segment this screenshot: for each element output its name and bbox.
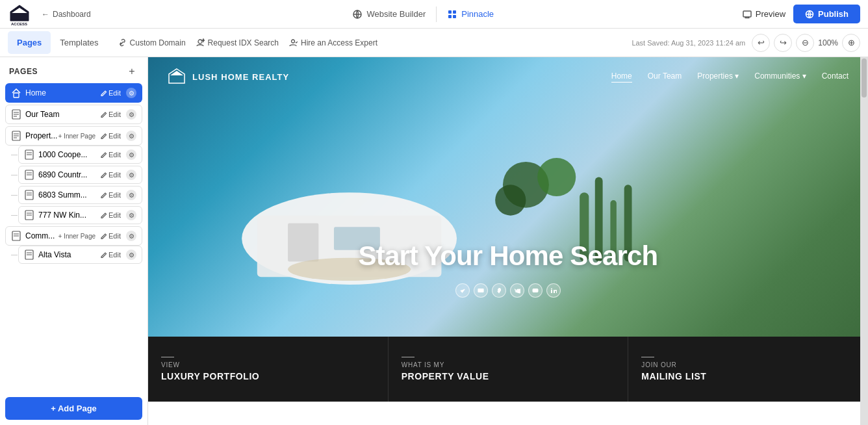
- hero-dot-twitter[interactable]: [510, 283, 524, 298]
- svg-text:ACCESS: ACCESS: [11, 22, 27, 26]
- add-page-icon-button[interactable]: +: [125, 65, 138, 78]
- hire-expert-action[interactable]: Hire an Access Expert: [289, 38, 377, 47]
- preview-frame: LUSH HOME REALTY Home Our Team Propertie…: [148, 57, 868, 425]
- undo-button[interactable]: ↩: [752, 34, 770, 52]
- back-arrow: ←: [42, 10, 49, 19]
- property-children: 1000 Coope... Edit ⚙ 6: [5, 146, 142, 224]
- sidebar-list: Home Edit ⚙: [0, 83, 147, 392]
- svg-point-47: [495, 185, 526, 215]
- hero-dot-linkedin[interactable]: [546, 283, 561, 298]
- svg-rect-6: [448, 15, 452, 18]
- cta-luxury-portfolio[interactable]: VIEW LUXURY PORTFOLIO: [148, 337, 389, 402]
- sidebar-item-6890-countr[interactable]: 6890 Countr... Edit ⚙: [18, 166, 142, 184]
- 6803-summ-settings[interactable]: ⚙: [126, 190, 136, 200]
- svg-rect-57: [551, 290, 552, 293]
- zoom-out-button[interactable]: ⊖: [796, 34, 814, 52]
- cta-view-label: VIEW: [161, 361, 375, 368]
- request-idx-action[interactable]: Request IDX Search: [196, 38, 279, 47]
- cta-property-value-title: PROPERTY VALUE: [402, 371, 615, 381]
- redo-button[interactable]: ↪: [774, 34, 792, 52]
- sidebar: PAGES + Home Edit ⚙: [0, 57, 148, 425]
- property-inner-page[interactable]: + Inner Page: [58, 133, 96, 140]
- logo: ACCESS: [8, 3, 31, 26]
- website-logo: LUSH HOME REALTY: [168, 68, 289, 86]
- sidebar-title: PAGES: [9, 67, 38, 76]
- tab-pages[interactable]: Pages: [8, 31, 51, 54]
- top-bar-center: Website Builder Pinnacle: [104, 6, 743, 22]
- scrollbar[interactable]: [860, 57, 868, 425]
- cta-property-value[interactable]: WHAT IS MY PROPERTY VALUE: [389, 337, 629, 402]
- zoom-in-button[interactable]: ⊕: [842, 34, 860, 52]
- tab-templates[interactable]: Templates: [51, 31, 107, 54]
- 6890-countr-edit[interactable]: Edit: [98, 170, 123, 179]
- main-layout: PAGES + Home Edit ⚙: [0, 57, 868, 425]
- website-nav-links: Home Our Team Properties ▾ Communities ▾…: [611, 71, 849, 83]
- cta-luxury-title: LUXURY PORTFOLIO: [161, 371, 375, 381]
- cta-mailing-list[interactable]: JOIN OUR MAILING LIST: [628, 337, 868, 402]
- 777-nw-kin-settings[interactable]: ⚙: [126, 210, 136, 220]
- hero-dots: [148, 283, 868, 298]
- svg-point-58: [551, 289, 552, 290]
- nav-link-our-team[interactable]: Our Team: [648, 71, 682, 83]
- our-team-settings[interactable]: ⚙: [126, 109, 136, 120]
- sidebar-item-6803-summ[interactable]: 6803 Summ... Edit ⚙: [18, 186, 142, 204]
- our-team-edit[interactable]: Edit: [98, 110, 123, 119]
- svg-rect-7: [453, 15, 456, 18]
- alta-vista-settings[interactable]: ⚙: [126, 250, 136, 260]
- publish-button[interactable]: Publish: [793, 5, 860, 23]
- svg-rect-8: [743, 11, 751, 17]
- 777-nw-kin-edit[interactable]: Edit: [98, 211, 123, 220]
- svg-point-11: [291, 40, 294, 43]
- custom-domain-action[interactable]: Custom Domain: [118, 38, 186, 47]
- sub-bar-actions: Custom Domain Request IDX Search Hire an…: [118, 38, 377, 47]
- sidebar-header: PAGES +: [0, 57, 147, 83]
- home-edit[interactable]: Edit: [98, 88, 123, 97]
- hero-dot-youtube[interactable]: [528, 283, 542, 298]
- 1000-coop-settings[interactable]: ⚙: [126, 149, 136, 160]
- nav-link-home[interactable]: Home: [611, 71, 632, 83]
- sidebar-item-1000-coop[interactable]: 1000 Coope... Edit ⚙: [18, 146, 142, 164]
- hero-dot-email[interactable]: [474, 283, 488, 298]
- comm-children: Alta Vista Edit ⚙: [5, 246, 142, 264]
- preview-area: LUSH HOME REALTY Home Our Team Propertie…: [148, 57, 868, 425]
- property-edit[interactable]: Edit: [98, 131, 123, 140]
- home-settings[interactable]: ⚙: [126, 88, 136, 98]
- dashboard-back[interactable]: ← Dashboard: [42, 10, 91, 19]
- comm-edit[interactable]: Edit: [98, 231, 123, 240]
- top-bar-right: Preview Publish: [743, 5, 860, 23]
- cta-join-our-label: JOIN OUR: [641, 361, 855, 368]
- sidebar-item-777-nw-kin[interactable]: 777 NW Kin... Edit ⚙: [18, 206, 142, 224]
- hero-dot-location[interactable]: [492, 283, 506, 298]
- 1000-coop-edit[interactable]: Edit: [98, 150, 123, 159]
- website-builder-tab[interactable]: Website Builder: [342, 9, 436, 19]
- comm-settings[interactable]: ⚙: [126, 231, 136, 241]
- cta-row: VIEW LUXURY PORTFOLIO WHAT IS MY PROPERT…: [148, 337, 868, 402]
- sidebar-item-home[interactable]: Home Edit ⚙: [5, 83, 142, 103]
- hero-dot-check[interactable]: [455, 283, 470, 298]
- website-nav: LUSH HOME REALTY Home Our Team Propertie…: [148, 57, 868, 96]
- svg-point-46: [537, 158, 576, 196]
- nav-link-properties[interactable]: Properties ▾: [697, 71, 739, 83]
- sidebar-item-property[interactable]: Propert... + Inner Page Edit ⚙: [5, 126, 142, 146]
- property-settings[interactable]: ⚙: [126, 131, 136, 141]
- nav-link-communities[interactable]: Communities ▾: [754, 71, 806, 83]
- sidebar-item-comm[interactable]: Comm... + Inner Page Edit ⚙: [5, 226, 142, 246]
- pinnacle-tab[interactable]: Pinnacle: [437, 9, 504, 19]
- alta-vista-edit[interactable]: Edit: [98, 250, 123, 259]
- nav-link-contact[interactable]: Contact: [822, 71, 849, 83]
- add-page-button[interactable]: + Add Page: [5, 397, 142, 420]
- cta-what-is-my-label: WHAT IS MY: [402, 361, 615, 368]
- hero-section: LUSH HOME REALTY Home Our Team Propertie…: [148, 57, 868, 337]
- sub-bar-controls: ↩ ↪ ⊖ 100% ⊕: [752, 34, 860, 52]
- 6803-summ-edit[interactable]: Edit: [98, 190, 123, 200]
- hero-text: Start Your Home Search: [148, 240, 868, 272]
- comm-inner-page[interactable]: + Inner Page: [58, 233, 96, 240]
- sub-bar-right: Last Saved: Aug 31, 2023 11:24 am ↩ ↪ ⊖ …: [632, 34, 860, 52]
- cta-mailing-title: MAILING LIST: [641, 371, 855, 381]
- 6890-countr-settings[interactable]: ⚙: [126, 170, 136, 180]
- preview-button[interactable]: Preview: [743, 9, 785, 19]
- sub-bar: Pages Templates Custom Domain Request ID…: [0, 29, 868, 57]
- sidebar-item-our-team[interactable]: Our Team Edit ⚙: [5, 105, 142, 124]
- svg-rect-4: [448, 10, 452, 14]
- sidebar-item-alta-vista[interactable]: Alta Vista Edit ⚙: [18, 246, 142, 264]
